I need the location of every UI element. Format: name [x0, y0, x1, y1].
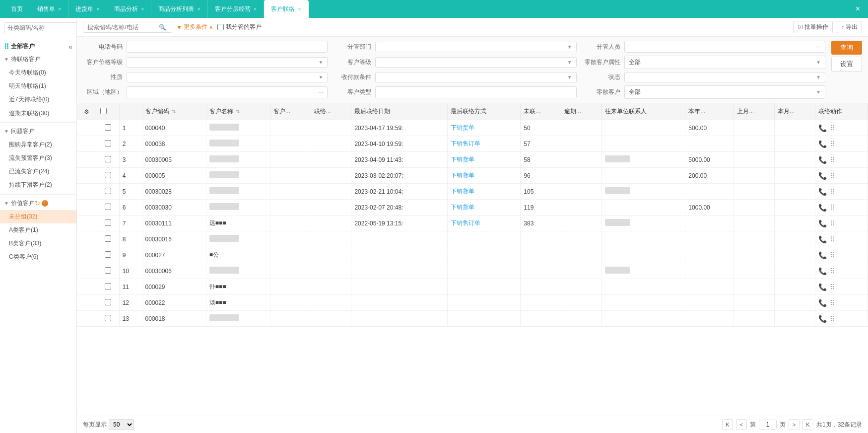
my-customers-checkbox[interactable]: 我分管的客户: [217, 23, 262, 31]
contact-phone-icon[interactable]: 📞: [818, 251, 827, 259]
td-checkbox[interactable]: [97, 263, 119, 279]
sidebar-item-churned[interactable]: 已流失客户(24): [0, 165, 76, 178]
td-last-method[interactable]: 下销货单: [447, 200, 521, 216]
sidebar-group-value[interactable]: ▼ 价值客户 ↻ !: [0, 197, 76, 210]
contact-grid-icon[interactable]: ⠿: [830, 299, 835, 307]
tab-customer-contact[interactable]: 客户联络 ×: [264, 0, 308, 18]
contact-grid-icon[interactable]: ⠿: [830, 219, 835, 227]
export-button[interactable]: ↑ 导出: [837, 21, 862, 33]
td-checkbox[interactable]: [97, 311, 119, 327]
contact-phone-icon[interactable]: 📞: [818, 140, 827, 148]
td-checkbox[interactable]: [97, 279, 119, 295]
td-last-method[interactable]: [447, 247, 521, 263]
tab-purchase[interactable]: 进货单 ×: [68, 0, 107, 18]
contact-phone-icon[interactable]: 📞: [818, 283, 827, 291]
row-checkbox[interactable]: [105, 219, 111, 226]
contact-grid-icon[interactable]: ⠿: [830, 283, 835, 291]
close-analysis-tab-icon[interactable]: ×: [141, 6, 144, 12]
main-search-input[interactable]: [87, 24, 157, 31]
select-all-checkbox[interactable]: [100, 108, 107, 114]
th-settings[interactable]: ⚙: [77, 103, 97, 120]
contact-phone-icon[interactable]: 📞: [818, 172, 827, 180]
tab-home[interactable]: 首页: [4, 0, 30, 18]
row-checkbox[interactable]: [105, 299, 111, 305]
td-last-method[interactable]: [447, 231, 521, 247]
close-analysis-list-tab-icon[interactable]: ×: [197, 6, 200, 12]
td-last-method[interactable]: [447, 295, 521, 311]
contact-phone-icon[interactable]: 📞: [818, 235, 827, 243]
last-method-link[interactable]: 下销售订单: [451, 140, 480, 147]
tab-analysis[interactable]: 商品分析 ×: [107, 0, 151, 18]
sidebar-item-declining[interactable]: 持续下滑客户(2): [0, 178, 76, 192]
row-checkbox[interactable]: [105, 251, 111, 258]
sidebar-item-class-b[interactable]: B类客户(33): [0, 237, 76, 250]
row-checkbox[interactable]: [105, 156, 111, 162]
td-last-method[interactable]: [447, 279, 521, 295]
page-first-button[interactable]: K: [722, 419, 733, 430]
sidebar-group-problem[interactable]: ▼ 问题客户: [0, 125, 76, 138]
contact-grid-icon[interactable]: ⠿: [830, 140, 835, 148]
filter-person-select[interactable]: ···: [624, 41, 825, 53]
filter-price-tier-select[interactable]: ▼: [127, 57, 328, 68]
tab-sales[interactable]: 销售单 ×: [30, 0, 68, 18]
sidebar-item-today-pending[interactable]: 今天待联络(0): [0, 66, 76, 79]
filter-retail-select[interactable]: 全部 ▼: [624, 85, 825, 99]
filter-status-select[interactable]: ▼: [624, 72, 825, 82]
last-method-link[interactable]: 下销货单: [451, 204, 474, 211]
sidebar-item-class-a[interactable]: A类客户(1): [0, 223, 76, 237]
td-last-method[interactable]: 下销售订单: [447, 136, 521, 152]
query-button[interactable]: 查询: [831, 41, 862, 55]
contact-phone-icon[interactable]: 📞: [818, 204, 827, 212]
filter-customer-tier-select[interactable]: ▼: [375, 57, 576, 68]
sidebar-item-overdue-pending[interactable]: 逾期未联络(30): [0, 107, 76, 120]
row-checkbox[interactable]: [105, 267, 111, 274]
td-checkbox[interactable]: [97, 216, 119, 231]
sidebar-item-ungrouped[interactable]: 未分组(32): [0, 210, 76, 223]
tab-customer-segment[interactable]: 客户分层经营 ×: [208, 0, 264, 18]
sidebar-item-churn-warning[interactable]: 流失预警客户(3): [0, 151, 76, 165]
contact-grid-icon[interactable]: ⠿: [830, 188, 835, 196]
filter-retail-attr-select[interactable]: 全部 ▼: [624, 56, 825, 69]
contact-grid-icon[interactable]: ⠿: [830, 267, 835, 275]
row-checkbox[interactable]: [105, 188, 111, 194]
td-checkbox[interactable]: [97, 231, 119, 247]
contact-grid-icon[interactable]: ⠿: [830, 172, 835, 180]
collapse-sidebar-icon[interactable]: «: [68, 43, 72, 51]
td-last-method[interactable]: 下销售订单: [447, 216, 521, 231]
contact-phone-icon[interactable]: 📞: [818, 267, 827, 275]
td-last-method[interactable]: 下销货单: [447, 168, 521, 184]
row-checkbox[interactable]: [105, 172, 111, 178]
contact-grid-icon[interactable]: ⠿: [830, 124, 835, 132]
sidebar-item-week-pending[interactable]: 近7天待联络(0): [0, 93, 76, 106]
per-page-select[interactable]: 50 10 20 100: [109, 419, 134, 430]
row-checkbox[interactable]: [105, 140, 111, 146]
contact-grid-icon[interactable]: ⠿: [830, 156, 835, 164]
refresh-icon[interactable]: ↻: [35, 200, 40, 207]
close-sales-tab-icon[interactable]: ×: [58, 6, 61, 12]
close-purchase-tab-icon[interactable]: ×: [96, 6, 99, 12]
td-checkbox[interactable]: [97, 200, 119, 216]
page-next-button[interactable]: >: [789, 419, 800, 430]
contact-grid-icon[interactable]: ⠿: [830, 235, 835, 243]
filter-customer-type-input[interactable]: [375, 86, 576, 98]
sidebar-group-pending[interactable]: ▼ 待联络客户: [0, 53, 76, 66]
filter-region-select[interactable]: ···: [127, 86, 328, 98]
filter-nature-select[interactable]: ▼: [127, 72, 328, 82]
last-method-link[interactable]: 下销货单: [451, 124, 474, 131]
page-number-input[interactable]: [759, 420, 777, 430]
contact-grid-icon[interactable]: ⠿: [830, 204, 835, 212]
td-last-method[interactable]: 下销货单: [447, 152, 521, 168]
last-method-link[interactable]: 下销货单: [451, 156, 474, 163]
row-checkbox[interactable]: [105, 124, 111, 131]
td-last-method[interactable]: 下销货单: [447, 120, 521, 136]
contact-phone-icon[interactable]: 📞: [818, 156, 827, 164]
my-customers-check[interactable]: [217, 24, 224, 30]
sidebar-search-input[interactable]: [4, 22, 77, 33]
th-code[interactable]: 客户编码 ⇅: [142, 103, 206, 120]
filter-payment-select[interactable]: ▼: [375, 72, 576, 82]
th-checkbox[interactable]: [97, 103, 119, 120]
sidebar-item-class-c[interactable]: C类客户(6): [0, 250, 76, 264]
close-customer-segment-tab-icon[interactable]: ×: [254, 6, 257, 12]
sidebar-item-abnormal[interactable]: 囤购异常客户(2): [0, 138, 76, 151]
more-conditions-button[interactable]: ▼ 更多条件 ∧: [176, 23, 213, 31]
